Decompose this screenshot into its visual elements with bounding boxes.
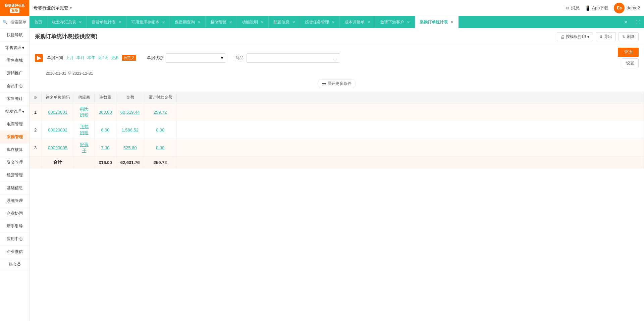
sidebar-item-system[interactable]: 系统管理 [0, 195, 29, 207]
refresh-button[interactable]: ↻ 刷新 [619, 32, 639, 41]
goods-select[interactable]: … [246, 53, 340, 63]
cell-paid-3[interactable]: 0.00 [144, 139, 176, 157]
tab-close-icon[interactable]: ✕ [407, 20, 410, 24]
tab-invite[interactable]: 邀请下游客户 ✕ [375, 16, 415, 28]
cell-qty-2[interactable]: 6.00 [95, 121, 116, 139]
topbar-actions: ✉ 消息 📱 App下载 Ea demo2 [566, 3, 640, 13]
tab-goods-stat[interactable]: 要货单统计表 ✕ [87, 16, 126, 28]
sidebar-item-purchase[interactable]: 采购管理 [0, 131, 29, 144]
col-paid: 累计付款金额 [144, 92, 176, 103]
cell-paid-2[interactable]: 0.00 [144, 121, 176, 139]
sidebar-item-retail-mall[interactable]: 零售商城 [0, 54, 29, 67]
cell-amount-2[interactable]: 1,586.52 [116, 121, 144, 139]
tab-overstock[interactable]: 超储预警 ✕ [206, 16, 237, 28]
chevron-down-icon: ▾ [22, 109, 24, 114]
tab-close-icon[interactable]: ✕ [229, 20, 232, 24]
tab-home[interactable]: 首页 [30, 16, 47, 28]
sidebar-item-appstore[interactable]: 应用中心 [0, 233, 29, 246]
cell-code-1[interactable]: 00020001 [42, 103, 74, 121]
tab-close-icon[interactable]: ✕ [261, 20, 264, 24]
col-supplier: 供应商 [74, 92, 95, 103]
status-select[interactable]: ▾ [166, 53, 226, 63]
sidebar-item-retail[interactable]: 零售管理 ▾ [0, 42, 29, 54]
tab-close-icon[interactable]: ✕ [450, 20, 453, 24]
sidebar-item-wholesale[interactable]: 批发管理 ▾ [0, 105, 29, 118]
tab-close-icon[interactable]: ✕ [162, 20, 165, 24]
filter-bar: ▶ 单据日期 上月 本月 本年 近7天 更多 自定义 单据状态 ▾ [30, 44, 644, 92]
cell-amount-3[interactable]: 525.80 [116, 139, 144, 157]
cell-qty-1[interactable]: 303.00 [95, 103, 116, 121]
avatar: Ea [614, 3, 625, 13]
date-custom-badge[interactable]: 自定义 [122, 55, 136, 61]
col-extra [176, 92, 644, 103]
sidebar-item-marketing[interactable]: 营销推广 [0, 67, 29, 80]
tab-func-desc[interactable]: 功能说明 ✕ [237, 16, 269, 28]
chevron-down-icon[interactable]: ▾ [70, 5, 72, 10]
cell-supplier-3[interactable]: 好孩子 [74, 139, 95, 157]
sidebar-item-inventory[interactable]: 库存核算 [0, 144, 29, 156]
sidebar-item-retail-stat[interactable]: 零售统计 [0, 93, 29, 105]
tab-close-icon[interactable]: ✕ [367, 20, 370, 24]
tab-expiry[interactable]: 保质期查询 ✕ [170, 16, 206, 28]
cell-qty-3[interactable]: 7.00 [95, 139, 116, 157]
sidebar-item-basic[interactable]: 基础信息 [0, 182, 29, 195]
filter-row-main: ▶ 单据日期 上月 本月 本年 近7天 更多 自定义 单据状态 ▾ [35, 48, 639, 68]
template-print-button[interactable]: 🖨 按模板打印 ▾ [557, 32, 593, 41]
sidebar-item-guide[interactable]: 新手引导 [0, 220, 29, 233]
sidebar-item-member[interactable]: 会员中心 [0, 80, 29, 93]
tab-close-icon[interactable]: ✕ [198, 20, 201, 24]
table-header-row: ⚙ 往来单位编码 供应商 主数量 金额 [30, 92, 644, 103]
cell-extra-1 [176, 103, 644, 121]
cell-code-3[interactable]: 00020005 [42, 139, 74, 157]
expand-conditions-button[interactable]: ▾▾ 展开更多条件 [318, 79, 356, 88]
sidebar-item-wechat[interactable]: 企业微信 [0, 246, 29, 258]
cell-code-2[interactable]: 00020002 [42, 121, 74, 139]
filter-goods-group: 商品 … [235, 53, 340, 63]
tab-task[interactable]: 拣货任务管理 ✕ [300, 16, 340, 28]
col-settings[interactable]: ⚙ [30, 92, 42, 103]
tab-purchase-stat[interactable]: 采购订单统计表 ✕ [415, 16, 459, 28]
export-button[interactable]: ⬇ 导出 [596, 32, 616, 41]
table-footer-row: 合计 316.00 62,631.76 259.72 [30, 157, 644, 168]
tab-close-icon[interactable]: ✕ [118, 20, 121, 24]
download-icon: 📱 [585, 5, 591, 11]
sidebar-item-quick-nav[interactable]: 快捷导航 [0, 29, 29, 42]
date-shortcut-this-month[interactable]: 本月 [76, 55, 85, 61]
sidebar-item-enterprise[interactable]: 企业协同 [0, 207, 29, 220]
message-button[interactable]: ✉ 消息 [566, 5, 580, 11]
sidebar-search[interactable]: 🔍 搜索菜单 [0, 16, 29, 29]
date-shortcut-this-year[interactable]: 本年 [87, 55, 95, 61]
cell-amount-1[interactable]: 60,519.44 [116, 103, 144, 121]
tab-cost-adjust[interactable]: 成本调整单 ✕ [340, 16, 375, 28]
footer-amount: 62,631.76 [116, 157, 144, 168]
tab-close-icon[interactable]: ✕ [332, 20, 335, 24]
sidebar-item-operation[interactable]: 经营管理 [0, 169, 29, 182]
footer-label: 合计 [42, 157, 74, 168]
filter-expand-row: ▾▾ 展开更多条件 [35, 79, 639, 88]
tab-close-window-button[interactable]: ✕ [620, 16, 632, 28]
settings-icon[interactable]: ⚙ [34, 95, 37, 100]
tab-config[interactable]: 配置信息 ✕ [269, 16, 300, 28]
tab-close-icon[interactable]: ✕ [292, 20, 295, 24]
settings-button[interactable]: 设置 [622, 58, 639, 68]
app-download-button[interactable]: 📱 App下载 [585, 5, 608, 11]
tab-close-icon[interactable]: ✕ [79, 20, 82, 24]
sidebar-item-ecommerce[interactable]: 电商管理 [0, 118, 29, 131]
cell-supplier-1[interactable]: 惠氏奶粉 [74, 103, 95, 121]
filter-toggle-button[interactable]: ▶ [35, 54, 43, 62]
tab-maximize-button[interactable]: ⛶ [632, 16, 644, 28]
col-code: 往来单位编码 [42, 92, 74, 103]
page-header: 采购订单统计表(按供应商) 🖨 按模板打印 ▾ ⬇ 导出 ↻ 刷新 [30, 28, 644, 44]
date-shortcut-more[interactable]: 更多 [111, 55, 119, 61]
cell-paid-1[interactable]: 259.72 [144, 103, 176, 121]
user-menu[interactable]: Ea demo2 [614, 3, 640, 13]
cell-extra-3 [176, 139, 644, 157]
sidebar-item-vip[interactable]: 畅会员 [0, 258, 29, 271]
sidebar-item-finance[interactable]: 资金管理 [0, 156, 29, 169]
query-button[interactable]: 查询 [618, 48, 639, 57]
date-shortcut-last-month[interactable]: 上月 [66, 55, 74, 61]
tab-inventory-ledger[interactable]: 可用量库存账本 ✕ [126, 16, 170, 28]
date-shortcut-7days[interactable]: 近7天 [98, 55, 108, 61]
tab-collect[interactable]: 收发存汇总表 ✕ [47, 16, 87, 28]
cell-supplier-2[interactable]: 飞鹤奶粉 [74, 121, 95, 139]
